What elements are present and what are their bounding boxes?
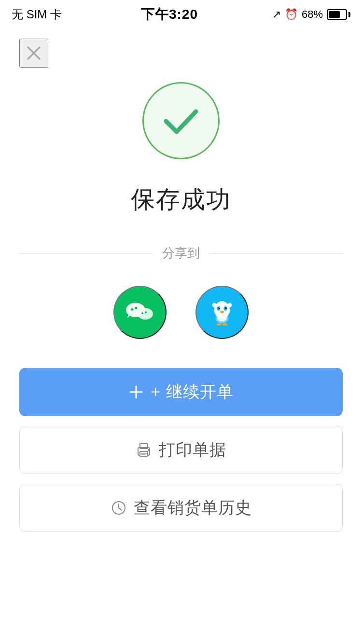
battery-percent: 68%	[302, 8, 323, 21]
print-button[interactable]: 打印单据	[19, 426, 343, 474]
svg-rect-26	[140, 451, 148, 456]
svg-point-29	[148, 449, 150, 451]
wechat-share-button[interactable]	[113, 286, 167, 339]
status-bar: 无 SIM 卡 下午3:20 ↗ ⏰ 68%	[0, 0, 362, 29]
svg-point-14	[226, 307, 227, 308]
svg-point-19	[223, 323, 227, 326]
svg-point-18	[217, 323, 222, 326]
qq-share-button[interactable]	[195, 286, 249, 339]
svg-point-6	[141, 312, 143, 314]
svg-point-3	[138, 308, 153, 320]
main-content: 保存成功 分享到	[0, 29, 362, 644]
action-buttons: + 继续开单 打印单据 查看销货单历史	[19, 368, 343, 532]
clock-icon	[111, 500, 127, 516]
svg-point-17	[216, 314, 228, 323]
wechat-icon	[123, 295, 157, 329]
share-section: 分享到	[19, 245, 343, 339]
status-time: 下午3:20	[141, 5, 198, 24]
location-icon: ↗	[272, 8, 281, 21]
svg-point-12	[225, 307, 227, 309]
divider-left	[19, 253, 153, 253]
share-divider-row: 分享到	[19, 245, 343, 262]
printer-icon	[136, 442, 152, 458]
svg-point-11	[218, 307, 220, 309]
continue-button[interactable]: + 继续开单	[19, 368, 343, 416]
svg-point-7	[145, 311, 147, 313]
success-circle	[142, 82, 220, 159]
close-button[interactable]	[19, 39, 48, 68]
sim-text: 无 SIM 卡	[12, 7, 62, 22]
alarm-icon: ⏰	[285, 8, 298, 21]
history-label: 查看销货单历史	[134, 497, 252, 519]
status-left: 无 SIM 卡	[12, 7, 67, 22]
continue-label: + 继续开单	[151, 381, 233, 403]
battery-icon	[327, 9, 350, 20]
history-button[interactable]: 查看销货单历史	[19, 484, 343, 532]
check-icon	[159, 99, 203, 142]
svg-point-5	[135, 307, 138, 309]
share-label: 分享到	[162, 245, 200, 262]
svg-point-15	[220, 311, 224, 313]
share-icons-row	[113, 286, 249, 339]
success-title: 保存成功	[131, 183, 231, 216]
status-right: ↗ ⏰ 68%	[272, 8, 350, 21]
plus-icon	[128, 384, 144, 400]
qq-icon	[206, 296, 238, 328]
divider-right	[209, 253, 343, 253]
svg-point-21	[228, 303, 232, 308]
print-label: 打印单据	[159, 439, 226, 461]
svg-point-4	[131, 308, 134, 311]
svg-point-13	[219, 307, 220, 308]
svg-point-20	[212, 303, 216, 308]
